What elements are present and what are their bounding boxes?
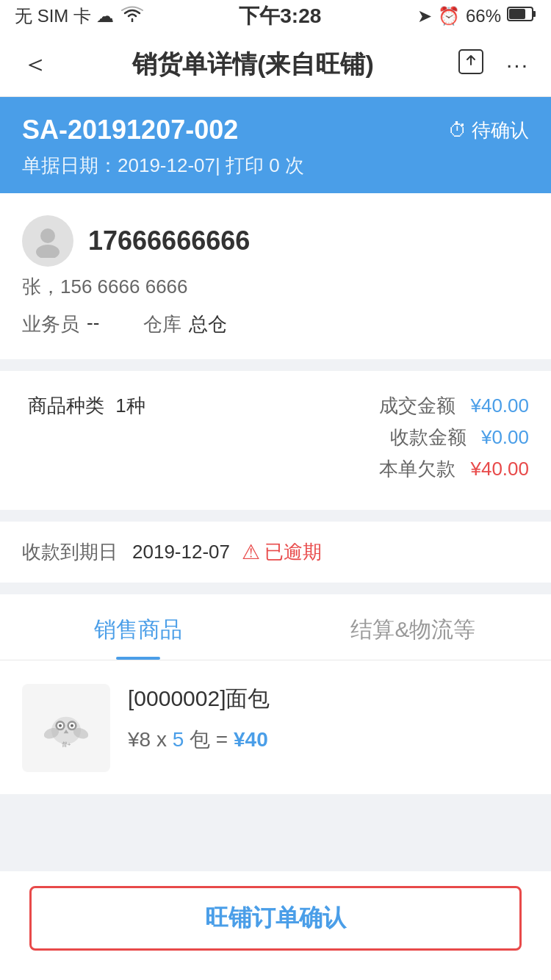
- avatar: [22, 215, 73, 267]
- order-date: 单据日期：2019-12-07| 打印 0 次: [22, 153, 529, 179]
- unit: 包: [190, 728, 210, 751]
- status-left: 无 SIM 卡 ☁: [15, 4, 143, 28]
- product-type-value: 1种: [115, 394, 145, 417]
- receipt-amount-label: 收款金额: [390, 425, 467, 450]
- order-id: SA-20191207-002: [22, 115, 238, 145]
- owed-amount-row: 本单欠款 ¥40.00: [379, 456, 529, 482]
- nav-bar: ＜ 销货单详情(来自旺铺) ···: [0, 32, 551, 97]
- order-header: SA-20191207-002 ⏱ 待确认 单据日期：2019-12-07| 打…: [0, 97, 551, 193]
- status-text: 待确认: [472, 118, 529, 143]
- customer-name: 张，156 6666 6666: [22, 274, 529, 300]
- share-button[interactable]: [458, 48, 484, 80]
- status-right: ➤ ⏰ 66%: [417, 6, 536, 26]
- receipt-amount-row: 收款金额 ¥0.00: [379, 425, 529, 450]
- overdue-text: 已逾期: [264, 539, 322, 565]
- overdue-badge: ⚠ 已逾期: [242, 539, 322, 565]
- nav-actions: ···: [458, 48, 529, 80]
- tabs-section: 销售商品 结算&物流等: [0, 594, 551, 794]
- more-button[interactable]: ···: [506, 52, 529, 77]
- deal-amount-row: 成交金额 ¥40.00: [379, 393, 529, 419]
- svg-rect-1: [533, 11, 536, 17]
- salesperson-label: 业务员: [22, 311, 79, 337]
- due-date-value: 2019-12-07: [132, 541, 230, 563]
- warehouse-value: 总仓: [189, 311, 227, 337]
- deal-amount-value: ¥40.00: [470, 394, 529, 417]
- customer-phone: 17666666666: [88, 226, 250, 256]
- equals-sign: =: [216, 728, 234, 751]
- product-thumbnail: 督+: [22, 684, 110, 772]
- total-price: ¥40: [234, 728, 268, 751]
- deal-amount-label: 成交金额: [379, 393, 455, 419]
- battery-level: 66%: [466, 6, 501, 26]
- salesperson-value: --: [87, 311, 99, 337]
- svg-point-5: [36, 245, 60, 258]
- wifi-icon: [121, 6, 143, 26]
- salesperson-field: 业务员 --: [22, 311, 99, 337]
- location-icon: ➤: [417, 6, 432, 26]
- customer-meta: 业务员 -- 仓库 总仓: [22, 311, 529, 337]
- warehouse-label: 仓库: [143, 311, 181, 337]
- sim-indicator: 无 SIM 卡 ☁: [15, 4, 114, 28]
- amount-summary: 成交金额 ¥40.00 收款金额 ¥0.00 本单欠款 ¥40.00: [379, 393, 529, 488]
- tab-settlement[interactable]: 结算&物流等: [276, 594, 551, 660]
- product-name: [0000002]面包: [128, 684, 529, 714]
- order-status: ⏱ 待确认: [448, 118, 529, 143]
- svg-text:督+: 督+: [62, 741, 71, 748]
- due-date-section: 收款到期日 2019-12-07 ⚠ 已逾期: [0, 522, 551, 583]
- back-button[interactable]: ＜: [22, 46, 48, 82]
- customer-section: 17666666666 张，156 6666 6666 业务员 -- 仓库 总仓: [0, 193, 551, 359]
- svg-point-13: [71, 724, 73, 727]
- svg-point-4: [40, 228, 55, 243]
- page-title: 销货单详情(来自旺铺): [132, 48, 374, 82]
- quantity: 5: [173, 728, 184, 751]
- product-type: 商品种类 1种: [22, 393, 145, 419]
- confirm-order-button[interactable]: 旺铺订单确认: [29, 886, 522, 951]
- clock-icon: ⏱: [448, 119, 467, 142]
- status-time: 下午3:28: [239, 2, 321, 30]
- product-price: ¥8 x 5 包 = ¥40: [128, 726, 529, 754]
- product-item: 督+ [0000002]面包 ¥8 x 5 包 = ¥40: [0, 662, 551, 794]
- product-details: [0000002]面包 ¥8 x 5 包 = ¥40: [128, 684, 529, 754]
- tabs-row: 销售商品 结算&物流等: [0, 594, 551, 660]
- multiply-sign: x: [156, 728, 173, 751]
- warning-icon: ⚠: [242, 540, 260, 564]
- summary-section: 商品种类 1种 成交金额 ¥40.00 收款金额 ¥0.00 本单欠款 ¥40.…: [0, 371, 551, 510]
- receipt-amount-value: ¥0.00: [481, 426, 529, 449]
- status-bar: 无 SIM 卡 ☁ 下午3:28 ➤ ⏰ 66%: [0, 0, 551, 32]
- bottom-action-bar: 旺铺订单确认: [0, 871, 551, 980]
- due-date-label: 收款到期日: [22, 539, 118, 565]
- tab-products[interactable]: 销售商品: [0, 594, 276, 660]
- warehouse-field: 仓库 总仓: [143, 311, 227, 337]
- product-type-label: 商品种类: [28, 394, 104, 417]
- svg-point-12: [59, 724, 62, 727]
- unit-price: ¥8: [128, 728, 151, 751]
- battery-icon: [507, 6, 536, 26]
- alarm-icon: ⏰: [438, 6, 460, 26]
- owed-amount-label: 本单欠款: [379, 456, 455, 482]
- owed-amount-value: ¥40.00: [470, 458, 529, 480]
- svg-rect-2: [509, 9, 525, 19]
